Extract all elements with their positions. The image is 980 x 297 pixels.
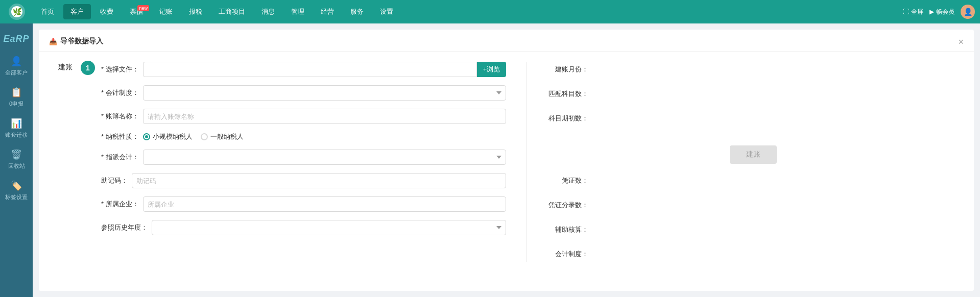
nav-item-home[interactable]: 首页 — [34, 4, 61, 19]
recycle-bin-icon: 🗑️ — [11, 149, 22, 160]
step-label: 建账 — [54, 63, 73, 72]
content-area: 📥 导爷数据导入 × 建账 1 * 选择文件： — [33, 23, 980, 297]
nav-item-services[interactable]: 服务 — [343, 4, 371, 19]
logo-icon: 🌿 — [13, 8, 21, 16]
avatar-icon: 👤 — [964, 8, 972, 16]
radio-general[interactable]: 一般纳税人 — [201, 132, 244, 141]
sidebar: EaRP 👤 全部客户 📋 0申报 📊 账套迁移 🗑️ 回收站 🏷️ 标签设置 — [0, 23, 33, 297]
company-row: * 所属企业： — [101, 196, 506, 212]
memo-code-row: 助记码： — [101, 173, 506, 188]
main-layout: EaRP 👤 全部客户 📋 0申报 📊 账套迁移 🗑️ 回收站 🏷️ 标签设置 … — [0, 23, 980, 297]
ledger-name-label: * 账簿名称： — [101, 112, 139, 121]
vertical-divider — [527, 62, 527, 262]
label-settings-icon: 🏷️ — [11, 180, 22, 191]
accounting-system-row: * 会计制度： — [101, 85, 506, 101]
fullscreen-icon: ⛶ — [903, 8, 909, 15]
sidebar-item-all-clients[interactable]: 👤 全部客户 — [0, 52, 33, 81]
accounting-system-label: * 会计制度： — [101, 88, 139, 97]
nav-item-clients[interactable]: 客户 — [63, 4, 91, 19]
browse-button[interactable]: +浏览 — [477, 62, 507, 77]
radio-small-scale-dot — [143, 133, 150, 140]
reference-year-row: 参照历史年度： — [101, 220, 506, 235]
account-migration-icon: 📊 — [11, 118, 22, 129]
avatar[interactable]: 👤 — [961, 5, 975, 19]
radio-small-scale[interactable]: 小规模纳税人 — [143, 132, 193, 141]
aux-accounting-row: 辅助核算： — [547, 222, 959, 237]
select-file-row: * 选择文件： +浏览 — [101, 62, 506, 77]
initial-balance-label: 科目期初数： — [547, 114, 588, 123]
voucher-count-row: 凭证数： — [547, 173, 959, 188]
app-logo: 🌿 — [5, 0, 29, 23]
assign-accountant-label: * 指派会计： — [101, 153, 139, 162]
match-subjects-row: 匹配科目数： — [547, 86, 959, 102]
right-section: 建账月份： 匹配科目数： 科目期初数： 建账 凭证 — [547, 62, 959, 262]
nav-item-settings[interactable]: 设置 — [373, 4, 400, 19]
memo-code-input[interactable] — [132, 173, 506, 188]
assign-accountant-row: * 指派会计： — [101, 150, 506, 165]
sidebar-item-recycle-bin[interactable]: 🗑️ 回收站 — [0, 145, 33, 174]
file-input-group: +浏览 — [143, 62, 507, 77]
accounting-system-right-label: 会计制度： — [547, 250, 588, 259]
vip-button[interactable]: ▶ 畅会员 — [929, 8, 954, 16]
vip-icon: ▶ — [929, 8, 934, 15]
fullscreen-button[interactable]: ⛶ 全屏 — [903, 8, 923, 16]
dialog-header: 📥 导爷数据导入 × — [39, 30, 974, 52]
nav-right: ⛶ 全屏 ▶ 畅会员 👤 — [903, 5, 975, 19]
accounting-system-select[interactable] — [143, 85, 507, 101]
select-file-label: * 选择文件： — [101, 65, 139, 74]
all-clients-icon: 👤 — [11, 56, 22, 67]
build-account-area: 建账 — [547, 145, 959, 164]
nav-item-management[interactable]: 管理 — [284, 4, 312, 19]
step-forms: * 选择文件： +浏览 * 会计制度： — [101, 62, 506, 262]
zero-filing-icon: 📋 — [11, 87, 22, 98]
nav-item-bills[interactable]: 票据 new — [123, 4, 150, 19]
import-icon: 📥 — [49, 38, 57, 45]
company-input[interactable] — [143, 196, 507, 212]
sidebar-item-account-migration[interactable]: 📊 账套迁移 — [0, 114, 33, 143]
reference-year-label: 参照历史年度： — [101, 223, 148, 232]
top-navigation: 🌿 首页 客户 收费 票据 new 记账 报税 工商项目 消息 管理 经营 服务… — [0, 0, 980, 23]
tax-type-radio-group: 小规模纳税人 一般纳税人 — [143, 132, 244, 141]
aux-accounting-label: 辅助核算： — [547, 225, 588, 234]
sidebar-item-label-settings[interactable]: 🏷️ 标签设置 — [0, 176, 33, 205]
select-file-input[interactable] — [143, 62, 477, 77]
import-dialog: 📥 导爷数据导入 × 建账 1 * 选择文件： — [39, 30, 974, 291]
nav-item-messages[interactable]: 消息 — [254, 4, 282, 19]
nav-item-operations[interactable]: 经营 — [314, 4, 341, 19]
ledger-name-row: * 账簿名称： — [101, 109, 506, 124]
nav-item-business[interactable]: 工商项目 — [211, 4, 252, 19]
sidebar-item-zero-filing[interactable]: 📋 0申报 — [0, 83, 33, 112]
assign-accountant-select[interactable] — [143, 150, 507, 165]
tax-type-label: * 纳税性质： — [101, 132, 139, 141]
match-subjects-label: 匹配科目数： — [547, 89, 588, 98]
voucher-entries-label: 凭证分录数： — [547, 201, 588, 210]
ledger-name-input[interactable] — [143, 109, 507, 124]
close-button[interactable]: × — [958, 37, 964, 47]
radio-general-dot — [201, 133, 208, 140]
build-account-button[interactable]: 建账 — [730, 145, 777, 164]
accounting-system-right-row: 会计制度： — [547, 246, 959, 262]
reference-year-select[interactable] — [152, 220, 506, 235]
nav-item-bookkeeping[interactable]: 记账 — [152, 4, 180, 19]
company-label: * 所属企业： — [101, 200, 139, 209]
build-month-row: 建账月份： — [547, 62, 959, 77]
nav-item-tax[interactable]: 报税 — [182, 4, 209, 19]
nav-menu: 首页 客户 收费 票据 new 记账 报税 工商项目 消息 管理 经营 服务 设… — [34, 4, 903, 19]
tax-type-row: * 纳税性质： 小规模纳税人 一般纳税人 — [101, 132, 506, 141]
initial-balance-row: 科目期初数： — [547, 111, 959, 126]
voucher-entries-row: 凭证分录数： — [547, 197, 959, 213]
new-badge: new — [137, 5, 149, 11]
voucher-count-label: 凭证数： — [547, 176, 588, 185]
memo-code-label: 助记码： — [101, 176, 128, 185]
dialog-body: 建账 1 * 选择文件： +浏览 — [39, 52, 974, 272]
build-month-label: 建账月份： — [547, 65, 588, 74]
step-indicator: 1 — [81, 61, 95, 75]
dialog-title: 导爷数据导入 — [60, 37, 103, 46]
nav-item-fees[interactable]: 收费 — [93, 4, 121, 19]
sidebar-logo: EaRP — [3, 29, 29, 50]
